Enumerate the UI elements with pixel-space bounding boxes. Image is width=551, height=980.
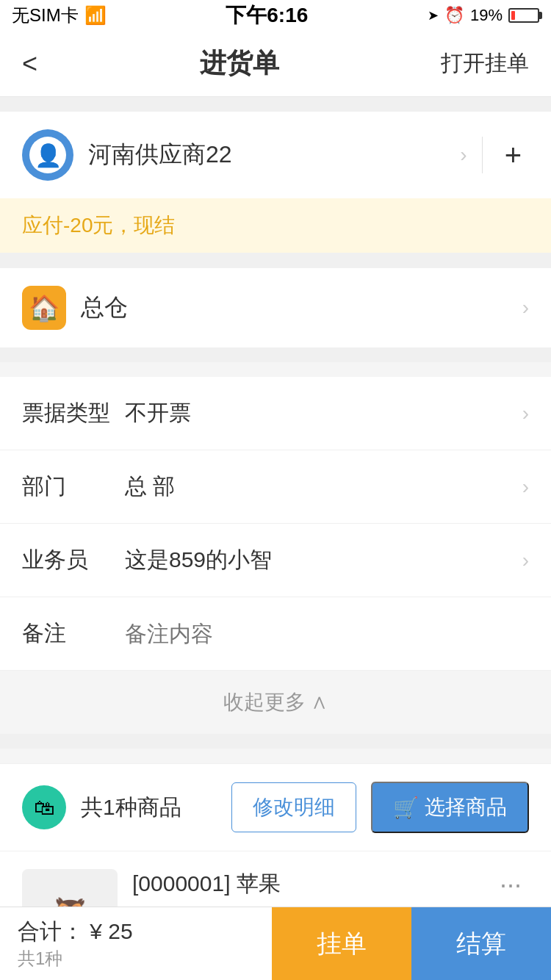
product-header: 🛍 共1种商品 修改明细 🛒 选择商品 bbox=[0, 763, 551, 851]
more-options-button[interactable]: ··· bbox=[492, 869, 529, 900]
alarm-icon: ⏰ bbox=[444, 6, 464, 25]
warehouse-icon: 🏠 bbox=[22, 286, 66, 330]
wifi-icon: 📶 bbox=[84, 5, 107, 26]
collapse-row[interactable]: 收起更多 ∧ bbox=[0, 671, 551, 734]
battery-icon bbox=[508, 8, 539, 23]
carrier-text: 无SIM卡 bbox=[12, 4, 79, 27]
status-left: 无SIM卡 📶 bbox=[12, 4, 107, 27]
select-product-label: 选择商品 bbox=[425, 793, 507, 821]
department-row[interactable]: 部门 总 部 › bbox=[0, 450, 551, 524]
remark-row[interactable]: 备注 bbox=[0, 597, 551, 671]
salesperson-row[interactable]: 业务员 这是859的小智 › bbox=[0, 524, 551, 597]
footer-total: 合计： ¥ 25 共1种 bbox=[0, 907, 272, 980]
chevron-right-warehouse-icon: › bbox=[522, 296, 529, 320]
product-name-text: 苹果 bbox=[237, 871, 281, 896]
invoice-type-row[interactable]: 票据类型 不开票 › bbox=[0, 377, 551, 450]
separator-2 bbox=[0, 253, 551, 267]
remark-input[interactable] bbox=[125, 621, 529, 646]
warning-banner: 应付-20元，现结 bbox=[0, 198, 551, 253]
supplier-divider bbox=[482, 137, 483, 173]
product-count: 共1种商品 bbox=[81, 793, 217, 823]
nav-bar: < 进货单 打开挂单 bbox=[0, 31, 551, 97]
form-section: 票据类型 不开票 › 部门 总 部 › 业务员 这是859的小智 › 备注 bbox=[0, 377, 551, 671]
salesperson-label: 业务员 bbox=[22, 545, 125, 575]
avatar-inner: 👤 bbox=[29, 137, 66, 173]
department-value: 总 部 bbox=[125, 472, 515, 502]
hang-order-button[interactable]: 挂单 bbox=[272, 907, 411, 980]
invoice-type-label: 票据类型 bbox=[22, 398, 125, 428]
chevron-right-sales-icon: › bbox=[522, 549, 529, 572]
warehouse-section: 🏠 总仓 › bbox=[0, 267, 551, 347]
cart-icon: 🛒 bbox=[393, 796, 419, 820]
total-amount: ¥ 25 bbox=[90, 919, 132, 943]
product-code: [0000001] bbox=[132, 871, 237, 896]
back-button[interactable]: < bbox=[22, 48, 37, 79]
select-product-button[interactable]: 🛒 选择商品 bbox=[371, 782, 529, 833]
chevron-right-icon: › bbox=[460, 143, 467, 167]
status-right: ➤ ⏰ 19% bbox=[428, 6, 539, 25]
checkout-button[interactable]: 结算 bbox=[411, 907, 551, 980]
warehouse-name: 总仓 bbox=[81, 292, 515, 324]
person-icon: 👤 bbox=[35, 143, 62, 168]
supplier-avatar: 👤 bbox=[22, 129, 73, 181]
shopping-icon: 🛍 bbox=[34, 796, 54, 820]
supplier-section: 👤 河南供应商22 › + 应付-20元，现结 bbox=[0, 112, 551, 253]
warning-text: 应付-20元，现结 bbox=[22, 214, 175, 237]
warehouse-row[interactable]: 🏠 总仓 › bbox=[0, 267, 551, 347]
edit-detail-button[interactable]: 修改明细 bbox=[231, 782, 356, 832]
status-time: 下午6:16 bbox=[226, 1, 308, 29]
total-label: 合计： bbox=[18, 919, 84, 943]
chevron-right-dept-icon: › bbox=[522, 475, 529, 499]
supplier-name: 河南供应商22 bbox=[88, 139, 453, 171]
footer: 合计： ¥ 25 共1种 挂单 结算 bbox=[0, 907, 551, 980]
invoice-type-value: 不开票 bbox=[125, 398, 515, 428]
footer-total-main: 合计： ¥ 25 bbox=[18, 917, 254, 947]
footer-total-sub: 共1种 bbox=[18, 947, 254, 970]
product-name: [0000001] 苹果 bbox=[132, 869, 478, 899]
separator-1 bbox=[0, 97, 551, 112]
battery-percent: 19% bbox=[470, 6, 503, 25]
add-supplier-button[interactable]: + bbox=[497, 139, 529, 172]
supplier-row[interactable]: 👤 河南供应商22 › + bbox=[0, 112, 551, 198]
salesperson-value: 这是859的小智 bbox=[125, 545, 515, 575]
page-title: 进货单 bbox=[200, 46, 279, 82]
battery-fill bbox=[511, 11, 515, 20]
separator-3 bbox=[0, 347, 551, 362]
open-pending-button[interactable]: 打开挂单 bbox=[441, 48, 529, 79]
product-icon: 🛍 bbox=[22, 785, 66, 829]
separator-4 bbox=[0, 734, 551, 749]
location-icon: ➤ bbox=[428, 7, 439, 24]
status-bar: 无SIM卡 📶 下午6:16 ➤ ⏰ 19% bbox=[0, 0, 551, 31]
chevron-right-invoice-icon: › bbox=[522, 402, 529, 425]
collapse-text: 收起更多 ∧ bbox=[223, 688, 328, 716]
remark-label: 备注 bbox=[22, 619, 125, 649]
department-label: 部门 bbox=[22, 472, 125, 502]
